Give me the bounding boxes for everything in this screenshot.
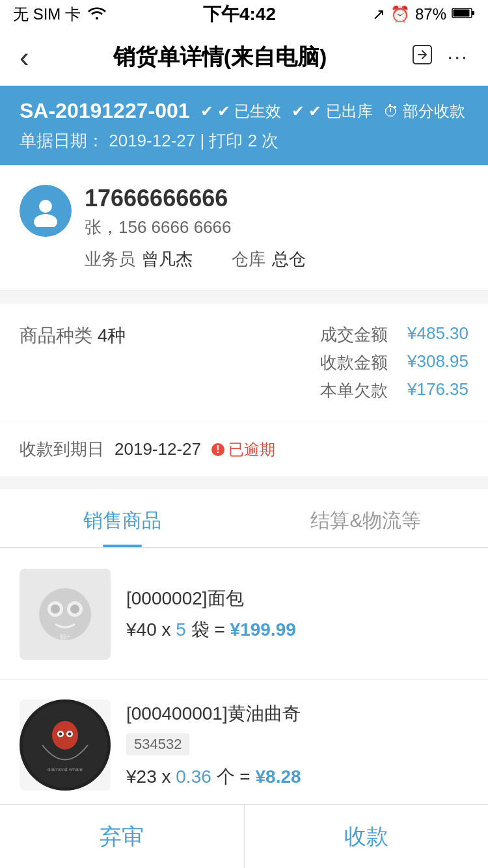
sales-info: 业务员 曾凡杰 [85,248,193,271]
price-unit-1: 袋 [191,619,210,640]
product-list: 鲸+ [0000002]面包 ¥40 x 5 袋 = ¥199.99 [0,549,488,811]
price-total-1: ¥199.99 [230,619,296,640]
amount-value: ¥485.30 [407,323,468,346]
avatar [20,185,72,237]
sales-label: 业务员 [85,248,135,271]
product-item-2: diamond whale [000400001]黄油曲奇 534532 ¥23… [0,680,488,811]
status-time: 下午4:42 [203,2,276,27]
banner-date: 单据日期： 2019-12-27 | 打印 2 次 [20,129,468,152]
svg-rect-1 [472,11,474,15]
received-row: 收款金额 ¥308.95 [320,351,468,374]
svg-point-9 [51,604,60,614]
due-date: 2019-12-27 [115,439,201,459]
print-info: | 打印 2 次 [200,131,278,150]
status-text-3: 部分收款 [403,101,465,122]
due-label: 收款到期日 [20,438,104,461]
svg-text:diamond whale: diamond whale [47,766,83,772]
battery-text: 87% [415,5,446,23]
nav-title: 销货单详情(来自电脑) [113,42,327,72]
product-item: 鲸+ [0000002]面包 ¥40 x 5 袋 = ¥199.99 [0,549,488,680]
type-count: 4种 [98,325,126,346]
banner-top: SA-20191227-001 ✔ ✔ 已生效 ✔ ✔ 已出库 ⏱ 部分收款 [20,99,468,123]
svg-point-4 [39,200,52,213]
product-thumb-2: diamond whale [20,699,111,791]
tab-settlement[interactable]: 结算&物流等 [244,489,488,547]
share-icon[interactable] [411,43,434,71]
tab-sales-label: 销售商品 [83,509,161,531]
status-text-1: ✔ 已生效 [217,101,282,122]
price-qty-1: 5 [176,619,186,640]
product-price-2: ¥23 x 0.36 个 = ¥8.28 [126,765,468,789]
warehouse-label: 仓库 [232,248,265,271]
received-value: ¥308.95 [407,351,468,374]
price-total-2: ¥8.28 [255,766,301,787]
bottom-bar: 弃审 收款 [0,804,488,868]
price-unit-2: 个 [217,766,235,787]
customer-name: 张，156 6666 6666 [85,216,468,239]
debt-value: ¥176.35 [407,379,468,402]
nav-left: ‹ [20,41,29,74]
amount-label: 成交金额 [320,323,388,346]
overdue-text: 已逾期 [228,439,275,460]
check-icon-2: ✔ [291,102,305,120]
received-label: 收款金额 [320,351,388,374]
status-text-2: ✔ 已出库 [308,101,373,122]
product-price-1: ¥40 x 5 袋 = ¥199.99 [126,617,468,642]
tab-settlement-label: 结算&物流等 [310,509,421,531]
customer-info: 17666666666 张，156 6666 6666 业务员 曾凡杰 仓库 总… [85,185,468,271]
price-eq-1: = [214,619,230,640]
alarm-icon: ⏰ [390,5,410,23]
price-eq-2: = [239,766,255,787]
order-id: SA-20191227-001 [20,99,190,123]
check-icon-1: ✔ [200,102,213,120]
product-name-2: [000400001]黄油曲奇 [126,701,468,726]
overdue-badge: ! 已逾期 [211,439,275,460]
header-banner: SA-20191227-001 ✔ ✔ 已生效 ✔ ✔ 已出库 ⏱ 部分收款 单… [0,86,488,165]
svg-text:鲸+: 鲸+ [60,633,70,640]
abandon-review-button[interactable]: 弃审 [0,805,245,868]
collect-payment-button[interactable]: 收款 [245,805,489,868]
price-base-2: ¥23 [126,766,157,787]
wifi-icon [87,5,107,23]
product-thumb-1: 鲸+ [20,569,111,660]
due-section: 收款到期日 2019-12-27 ! 已逾期 [0,422,488,489]
status-right: ↗ ⏰ 87% [372,5,475,23]
nav-bar: ‹ 销货单详情(来自电脑) ··· [0,29,488,86]
carrier-text: 无 SIM 卡 [13,4,81,25]
status-left: 无 SIM 卡 [13,4,107,25]
price-base-1: ¥40 [126,619,157,640]
nav-right: ··· [411,43,468,71]
customer-phone: 17666666666 [85,185,468,212]
product-info-1: [0000002]面包 ¥40 x 5 袋 = ¥199.99 [126,586,468,642]
price-x-1: x [162,619,176,640]
svg-point-5 [34,214,57,227]
svg-point-6 [39,588,91,640]
status-partial: ⏱ 部分收款 [383,101,465,122]
date-label: 单据日期： [20,131,104,150]
status-shipped: ✔ ✔ 已出库 [291,101,373,122]
battery-icon [452,5,475,23]
amount-row: 成交金额 ¥485.30 [320,323,468,346]
overdue-icon: ! [211,443,224,456]
price-x-2: x [162,766,176,787]
status-bar: 无 SIM 卡 下午4:42 ↗ ⏰ 87% [0,0,488,29]
debt-label: 本单欠款 [320,379,388,402]
svg-point-10 [70,604,79,614]
product-info-2: [000400001]黄油曲奇 534532 ¥23 x 0.36 个 = ¥8… [126,701,468,789]
order-date: 2019-12-27 [109,131,195,150]
product-sku-2: 534532 [126,733,189,755]
more-icon[interactable]: ··· [447,45,468,69]
price-qty-2: 0.36 [176,766,211,787]
back-button[interactable]: ‹ [20,41,29,74]
warehouse-name: 总仓 [272,248,306,271]
thumb-placeholder-1: 鲸+ [20,569,111,660]
svg-point-17 [68,733,72,736]
svg-point-16 [59,733,62,736]
customer-meta: 业务员 曾凡杰 仓库 总仓 [85,248,468,271]
tab-sales-products[interactable]: 销售商品 [0,489,244,547]
status-active: ✔ ✔ 已生效 [200,101,282,122]
warehouse-info: 仓库 总仓 [232,248,306,271]
summary-right: 成交金额 ¥485.30 收款金额 ¥308.95 本单欠款 ¥176.35 [320,323,468,402]
summary-section: 商品种类 4种 成交金额 ¥485.30 收款金额 ¥308.95 本单欠款 ¥… [0,304,488,422]
svg-rect-2 [453,10,469,17]
